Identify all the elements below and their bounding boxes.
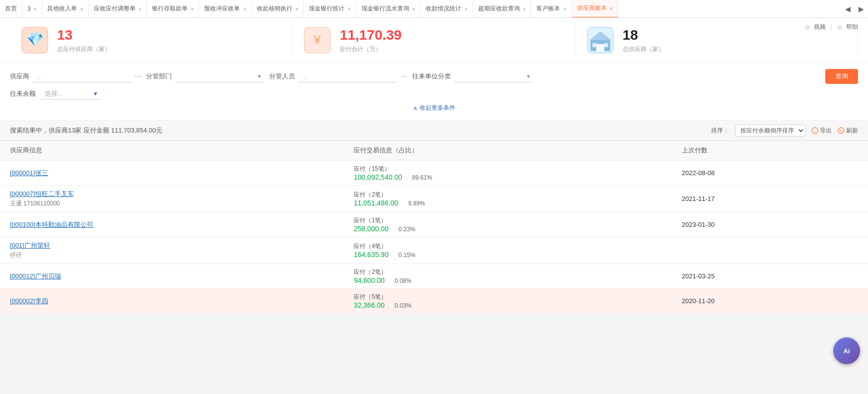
txn-amount[interactable]: 100,092,540.00 [354, 173, 402, 181]
txn-count: （15笔） [365, 165, 390, 172]
txn-cell: 应付（4笔）164,635.900.15% [344, 237, 671, 264]
txn-pct: 9.89% [408, 200, 425, 207]
supplier-cell: [000100]本特勤油品有限公司 [0, 212, 344, 237]
query-button[interactable]: 查询 [825, 69, 858, 84]
nav-tab-customer-ledger[interactable]: 客户账本 × [531, 0, 572, 18]
last-pay-cell: 2021-03-25 [672, 264, 848, 289]
category-filter: 往来单位分类 [412, 70, 533, 82]
close-icon[interactable]: × [523, 6, 526, 12]
txn-amount[interactable]: 258,000.00 [354, 225, 388, 233]
dept-filter: 分管部门 [146, 70, 264, 82]
total-supplier-count: 18 [623, 27, 664, 43]
nav-tab-other-income[interactable]: 其他收入单 × [42, 0, 88, 18]
txn-count: （2笔） [365, 268, 387, 275]
txn-type-label: 应付 [354, 165, 365, 172]
help-link[interactable]: 帮助 [846, 23, 858, 31]
filter-row-2: 往来余额 选择... [10, 88, 858, 100]
txn-amount-row: 258,000.000.23% [354, 225, 661, 233]
refresh-button[interactable]: ↻ 刷新 [838, 127, 858, 135]
refresh-label: 刷新 [846, 127, 858, 135]
category-filter-label: 往来单位分类 [412, 72, 451, 81]
summary-card-suppliers: 💎 13 总应付供应商（家） [10, 25, 292, 55]
txn-cell: 应付（2笔）11,051,486.009.89% [344, 186, 671, 212]
close-icon[interactable]: × [563, 6, 566, 12]
nav-tab-prepay[interactable]: 预收冲应收单 × [199, 0, 251, 18]
txn-pct: 0.08% [395, 277, 412, 284]
supplier-link[interactable]: [000001]张三 [10, 169, 48, 177]
supplier-link[interactable]: [000012]广州贝瑞 [10, 272, 61, 280]
close-icon[interactable]: × [34, 6, 37, 12]
summary-content-payable: 11,170.39 应付合计（万） [340, 27, 402, 54]
col-header-lastpay: 上次付数 [672, 141, 848, 160]
txn-cell: 应付（5笔）32,366.000.03% [344, 289, 671, 314]
svg-rect-7 [596, 44, 604, 51]
table-row: [000012]广州贝瑞应付（2笔）94,600.000.08%2021-03-… [0, 264, 868, 289]
table-row: [001]广州荣轩仔仔应付（4笔）164,635.900.15% [0, 237, 868, 264]
txn-count: （1笔） [365, 217, 387, 224]
close-icon[interactable]: × [243, 6, 246, 12]
close-icon[interactable]: × [191, 6, 194, 12]
filter-area: 供应商 ··· 分管部门 分管人员 ··· 往来单位分类 查询 [0, 63, 868, 121]
person-input[interactable] [298, 70, 397, 82]
supplier-dots-icon[interactable]: ··· [135, 72, 141, 81]
nav-tab-3[interactable]: 3 × [22, 0, 42, 18]
video-link[interactable]: 视频 [814, 23, 826, 31]
table-wrap: 供应商信息 应付交易信息（占比） 上次付数 [000001]张三应付（15笔）1… [0, 141, 868, 314]
sort-select[interactable]: 按应付余额倒序排序 [735, 125, 805, 136]
nav-tab-supplier-ledger[interactable]: 供应商账本 × [572, 0, 618, 18]
txn-amount[interactable]: 11,051,486.00 [354, 199, 398, 207]
nav-tab-overdue[interactable]: 超期应收款查询 × [473, 0, 531, 18]
close-icon[interactable]: × [610, 5, 613, 11]
close-icon[interactable]: × [464, 6, 467, 12]
txn-type-label: 应付 [354, 268, 365, 275]
close-icon[interactable]: × [295, 6, 298, 12]
txn-type-label: 应付 [354, 243, 365, 250]
col-header-scroll [848, 141, 868, 160]
svg-rect-8 [592, 43, 597, 47]
supplier-link[interactable]: [000007]恒旺二手叉车 [10, 190, 74, 197]
close-icon[interactable]: × [80, 6, 83, 12]
svg-rect-9 [603, 43, 608, 47]
nav-tab-cashflow[interactable]: 现金银行流水查询 × [357, 0, 421, 18]
supplier-filter: 供应商 ··· [10, 70, 141, 82]
category-select[interactable] [454, 70, 533, 82]
scroll-cell [848, 289, 868, 314]
supplier-count-label: 总应付供应商（家） [57, 45, 111, 54]
nav-tab-adjustment[interactable]: 应收应付调整单 × [89, 0, 147, 18]
txn-pct: 0.03% [395, 302, 412, 309]
txn-amount-row: 100,092,540.0089.61% [354, 173, 661, 181]
dept-select[interactable] [175, 70, 264, 82]
supplier-link[interactable]: [000100]本特勤油品有限公司 [10, 221, 93, 228]
nav-tab-bank[interactable]: 银行存取款单 × [147, 0, 199, 18]
supplier-link[interactable]: [001]广州荣轩 [10, 242, 50, 249]
filter-row-1: 供应商 ··· 分管部门 分管人员 ··· 往来单位分类 查询 [10, 69, 858, 84]
txn-pct: 0.23% [398, 226, 415, 233]
nav-tab-collection-stat[interactable]: 收款情况统计 × [421, 0, 473, 18]
close-icon[interactable]: × [348, 6, 351, 12]
nav-tab-collection[interactable]: 收款核销执行 × [252, 0, 304, 18]
supplier-input[interactable] [32, 70, 132, 82]
close-icon[interactable]: × [412, 6, 415, 12]
person-dots-icon[interactable]: ··· [400, 72, 407, 81]
result-bar: 搜索结果中，供应商13家 应付金额 111,703,854.00元 排序： 按应… [0, 121, 868, 141]
nav-tab-home[interactable]: 首页 [0, 0, 22, 18]
nav-next-arrow[interactable]: ▶ [855, 5, 868, 13]
txn-cell: 应付（2笔）94,600.000.08% [344, 264, 671, 289]
txn-pct: 0.15% [398, 252, 415, 259]
txn-amount[interactable]: 164,635.90 [354, 251, 388, 259]
close-icon[interactable]: × [139, 6, 142, 12]
export-button[interactable]: ↑ 导出 [811, 127, 832, 135]
nav-tab-cashbank-stat[interactable]: 现金银行统计 × [304, 0, 356, 18]
svg-text:↻: ↻ [840, 129, 843, 133]
nav-prev-arrow[interactable]: ◀ [841, 5, 855, 13]
balance-select[interactable]: 选择... [41, 88, 100, 100]
supplier-cell: [000001]张三 [0, 160, 344, 186]
collapse-button[interactable]: ∧ 收起更多条件 [404, 104, 464, 112]
top-right-links: ⊙ 视频 │ ⊙ 帮助 [805, 23, 859, 31]
txn-amount[interactable]: 94,600.00 [354, 276, 384, 284]
scroll-cell [848, 160, 868, 186]
sort-label: 排序： [711, 127, 729, 135]
dept-filter-label: 分管部门 [146, 72, 172, 81]
supplier-link[interactable]: [000002]李四 [10, 297, 48, 305]
txn-amount[interactable]: 32,366.00 [354, 301, 384, 309]
